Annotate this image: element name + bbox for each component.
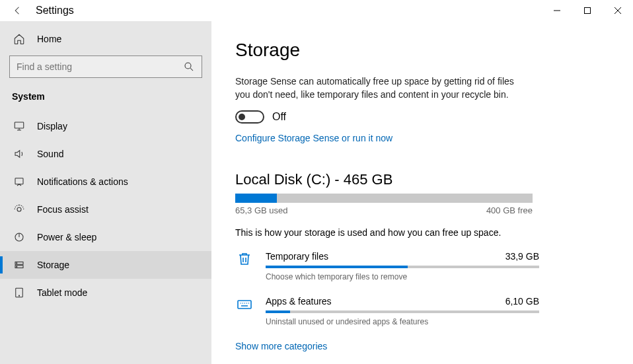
window-title: Settings [36, 5, 74, 17]
search-icon [183, 61, 195, 73]
sidebar-item-focus[interactable]: Focus assist [0, 196, 211, 223]
trash-icon [235, 251, 254, 281]
nav-label: Focus assist [37, 204, 89, 215]
disk-used: 65,3 GB used [235, 205, 288, 215]
sound-icon [13, 148, 25, 160]
storage-icon [13, 259, 25, 271]
focus-icon [13, 203, 25, 215]
cat-name: Apps & features [266, 296, 332, 307]
cat-size: 6,10 GB [505, 296, 539, 307]
category-temporary-files[interactable]: Temporary files 33,9 GB Choose which tem… [235, 251, 539, 281]
nav-label: Display [37, 121, 67, 131]
disk-title: Local Disk (C:) - 465 GB [235, 171, 609, 188]
content: Storage Storage Sense can automatically … [211, 21, 633, 364]
nav-label: Tablet mode [37, 287, 87, 298]
sidebar: Home System Display Sound Notifications … [0, 21, 211, 364]
toggle-knob [239, 114, 245, 120]
disk-usage-bar [235, 194, 533, 203]
category-apps-features[interactable]: Apps & features 6,10 GB Uninstall unused… [235, 296, 539, 326]
maximize-button[interactable] [572, 0, 603, 21]
cat-bar [266, 310, 539, 313]
nav-label: Power & sleep [37, 232, 96, 242]
home-nav[interactable]: Home [0, 26, 211, 52]
cat-sub: Choose which temporary files to remove [266, 272, 539, 281]
storage-sense-toggle[interactable] [235, 110, 264, 124]
configure-link[interactable]: Configure Storage Sense or run it now [235, 133, 609, 143]
nav-label: Storage [37, 260, 69, 270]
power-icon [13, 231, 25, 243]
display-icon [13, 120, 25, 132]
toggle-label: Off [272, 111, 286, 123]
disk-how: This is how your storage is used and how… [235, 227, 609, 238]
svg-point-9 [17, 266, 17, 267]
svg-rect-3 [15, 178, 23, 184]
svg-point-4 [17, 207, 21, 211]
nav-label: Notifications & actions [37, 176, 128, 187]
keyboard-icon [235, 296, 254, 326]
disk-usage-fill [235, 194, 277, 203]
notifications-icon [13, 176, 25, 188]
cat-size: 33,9 GB [505, 251, 539, 262]
sidebar-item-power[interactable]: Power & sleep [0, 223, 211, 251]
svg-rect-12 [238, 301, 251, 309]
titlebar: Settings [0, 0, 633, 21]
disk-free: 400 GB free [486, 205, 533, 215]
close-button[interactable] [603, 0, 633, 21]
cat-bar [266, 266, 539, 268]
cat-name: Temporary files [266, 251, 328, 262]
svg-rect-2 [15, 122, 24, 128]
sidebar-item-storage[interactable]: Storage [0, 251, 211, 279]
sidebar-item-notifications[interactable]: Notifications & actions [0, 168, 211, 196]
minimize-button[interactable] [542, 0, 572, 21]
back-icon[interactable] [12, 5, 24, 17]
svg-point-8 [17, 263, 17, 264]
sidebar-item-sound[interactable]: Sound [0, 140, 211, 168]
search-field[interactable] [17, 61, 178, 72]
svg-point-11 [19, 295, 19, 296]
cat-sub: Uninstall unused or undesired apps & fea… [266, 317, 539, 326]
page-title: Storage [235, 40, 609, 61]
show-more-link[interactable]: Show more categories [235, 341, 609, 351]
svg-rect-0 [585, 8, 591, 14]
tablet-icon [13, 287, 25, 299]
svg-point-1 [185, 63, 191, 69]
sidebar-item-tablet[interactable]: Tablet mode [0, 279, 211, 307]
search-input[interactable] [9, 55, 202, 78]
section-label: System [0, 86, 211, 112]
home-icon [13, 33, 25, 45]
home-label: Home [37, 34, 61, 44]
sidebar-item-display[interactable]: Display [0, 112, 211, 140]
storage-sense-desc: Storage Sense can automatically free up … [235, 75, 526, 101]
nav-label: Sound [37, 149, 63, 159]
